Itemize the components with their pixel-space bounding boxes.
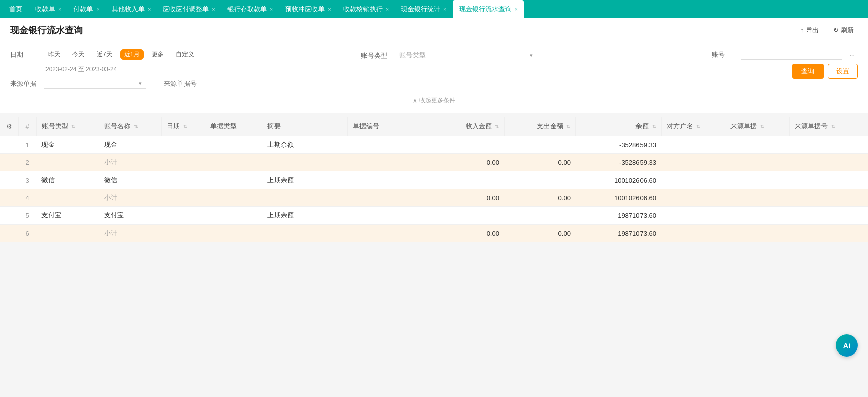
summary-cell: 上期余额	[262, 136, 348, 154]
nav-item-fukuan[interactable]: 付款单 ×	[67, 0, 105, 18]
date-options: 昨天 今天 近7天 近1月 更多 自定义	[43, 49, 199, 60]
page-title: 现金银行流水查询	[10, 24, 83, 36]
source-doc-num-input[interactable]	[205, 79, 346, 89]
close-icon[interactable]: ×	[96, 6, 99, 12]
th-doc-num[interactable]: 单据编号	[348, 117, 433, 136]
summary-cell	[262, 189, 348, 207]
nav-item-yinhang[interactable]: 银行存取款单 ×	[221, 0, 279, 18]
close-icon[interactable]: ×	[270, 6, 273, 12]
th-source-doc[interactable]: 来源单据 ⇅	[725, 117, 790, 136]
summary-cell	[262, 154, 348, 171]
chevron-down-icon: ▾	[139, 80, 142, 87]
nav-item-qita[interactable]: 其他收入单 ×	[106, 0, 157, 18]
account-name-cell: 小计	[99, 154, 162, 171]
account-name-cell: 微信	[99, 171, 162, 189]
date-cell	[161, 189, 205, 207]
row-gear-cell	[0, 154, 18, 171]
counterpart-cell	[661, 225, 725, 242]
source-doc-cell	[725, 171, 790, 189]
account-name-cell: 小计	[99, 225, 162, 242]
income-cell	[433, 171, 505, 189]
date-today[interactable]: 今天	[68, 49, 89, 60]
nav-item-tongji[interactable]: 现金银行统计 ×	[395, 0, 452, 18]
counterpart-cell	[661, 189, 725, 207]
counterpart-cell	[661, 136, 725, 154]
date-custom[interactable]: 自定义	[171, 49, 199, 60]
nav-item-yingshou[interactable]: 应收应付调整单 ×	[157, 0, 221, 18]
account-input[interactable]	[741, 50, 842, 60]
close-icon[interactable]: ×	[328, 6, 331, 12]
th-doc-type[interactable]: 单据类型	[205, 117, 262, 136]
th-gear[interactable]: ⚙	[0, 117, 18, 136]
account-type-cell: 微信	[36, 171, 99, 189]
th-balance[interactable]: 余额 ⇅	[576, 117, 661, 136]
row-num-cell: 3	[18, 171, 36, 189]
close-icon[interactable]: ×	[148, 6, 151, 12]
row-gear-cell	[0, 225, 18, 242]
row-gear-cell	[0, 189, 18, 207]
source-doc-num-cell	[790, 207, 868, 225]
export-button[interactable]: ↑ 导出	[797, 24, 824, 37]
nav-item-liushui[interactable]: 现金银行流水查询 ×	[453, 0, 524, 18]
table-row: 3微信微信上期余额100102606.60	[0, 171, 868, 189]
account-type-select[interactable]: 账号类型 ▾	[395, 50, 537, 61]
account-name-cell: 现金	[99, 136, 162, 154]
doc-num-cell	[348, 154, 433, 171]
collapse-bar[interactable]: ∧ 收起更多条件	[10, 94, 858, 107]
th-summary[interactable]: 摘要	[262, 117, 348, 136]
expense-cell	[505, 171, 576, 189]
account-type-text: 账号类型	[399, 51, 530, 60]
date-more[interactable]: 更多	[147, 49, 168, 60]
close-icon[interactable]: ×	[212, 6, 215, 12]
date-7days[interactable]: 近7天	[92, 49, 117, 60]
th-date[interactable]: 日期 ⇅	[161, 117, 205, 136]
more-options-icon[interactable]: ···	[846, 50, 858, 60]
th-expense[interactable]: 支出金额 ⇅	[505, 117, 576, 136]
data-table: ⚙ # 账号类型 ⇅ 账号名称 ⇅ 日期 ⇅ 单据类型 摘要 单据编号 收入金额…	[0, 117, 868, 242]
source-doc-num-cell	[790, 225, 868, 242]
th-counterpart[interactable]: 对方户名 ⇅	[661, 117, 725, 136]
close-icon[interactable]: ×	[443, 6, 446, 12]
refresh-button[interactable]: ↻ 刷新	[829, 24, 858, 37]
close-icon[interactable]: ×	[386, 6, 389, 12]
income-cell: 0.00	[433, 225, 505, 242]
close-icon[interactable]: ×	[58, 6, 61, 12]
doc-num-cell	[348, 171, 433, 189]
row-gear-cell	[0, 207, 18, 225]
th-account-type[interactable]: 账号类型 ⇅	[36, 117, 99, 136]
close-icon[interactable]: ×	[515, 6, 518, 12]
date-label: 日期	[10, 50, 35, 59]
settings-button[interactable]: 设置	[828, 64, 858, 79]
table-header-row: ⚙ # 账号类型 ⇅ 账号名称 ⇅ 日期 ⇅ 单据类型 摘要 单据编号 收入金额…	[0, 117, 868, 136]
table-area: ⚙ # 账号类型 ⇅ 账号名称 ⇅ 日期 ⇅ 单据类型 摘要 单据编号 收入金额…	[0, 117, 868, 242]
th-account-name[interactable]: 账号名称 ⇅	[99, 117, 162, 136]
date-1month[interactable]: 近1月	[120, 49, 145, 60]
th-income[interactable]: 收入金额 ⇅	[433, 117, 505, 136]
date-cell	[161, 154, 205, 171]
balance-cell: 19871073.60	[576, 207, 661, 225]
account-type-cell	[36, 154, 99, 171]
balance-cell: -3528659.33	[576, 136, 661, 154]
balance-cell: 100102606.60	[576, 171, 661, 189]
nav-item-yushou[interactable]: 预收冲应收单 ×	[279, 0, 337, 18]
doc-num-cell	[348, 189, 433, 207]
chevron-down-icon: ▾	[530, 52, 533, 59]
doc-type-cell	[205, 136, 262, 154]
source-doc-select[interactable]: ▾	[44, 79, 146, 89]
doc-num-cell	[348, 225, 433, 242]
filter-area: 日期 昨天 今天 近7天 近1月 更多 自定义 2023-02-24 至 202…	[0, 42, 868, 113]
source-doc-cell	[725, 207, 790, 225]
nav-item-shoukuanhexiao[interactable]: 收款核销执行 ×	[337, 0, 395, 18]
row-num-cell: 1	[18, 136, 36, 154]
account-name-cell: 支付宝	[99, 207, 162, 225]
nav-home[interactable]: 首页	[2, 5, 29, 14]
doc-num-cell	[348, 136, 433, 154]
th-num: #	[18, 117, 36, 136]
th-source-doc-num[interactable]: 来源单据号 ⇅	[790, 117, 868, 136]
account-label: 账号	[712, 50, 737, 59]
date-yesterday[interactable]: 昨天	[43, 49, 65, 60]
income-cell	[433, 207, 505, 225]
query-button[interactable]: 查询	[792, 64, 824, 79]
nav-item-shoukuan[interactable]: 收款单 ×	[29, 0, 67, 18]
expense-cell: 0.00	[505, 225, 576, 242]
